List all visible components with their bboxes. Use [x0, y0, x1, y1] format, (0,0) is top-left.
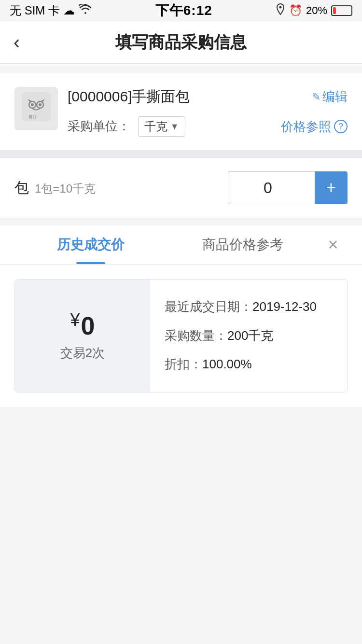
- quantity-row: 包 1包=10千克 +: [0, 158, 362, 218]
- status-time: 下午6:12: [155, 1, 212, 20]
- svg-point-5: [39, 103, 42, 106]
- quantity-input[interactable]: [228, 171, 315, 204]
- history-card: ¥0 交易2次 最近成交日期：2019-12-30 采购数量：200千克 折扣：…: [14, 279, 348, 392]
- purchase-qty-label: 采购数量：: [165, 328, 227, 343]
- back-button[interactable]: ‹: [14, 31, 20, 53]
- tab-header: 历史成交价 商品价格参考 ×: [0, 225, 362, 265]
- price-ref-button[interactable]: 价格参照 ?: [281, 118, 348, 135]
- quantity-unit-text: 包: [14, 178, 29, 198]
- edit-label: 编辑: [322, 88, 348, 105]
- history-content: ¥0 交易2次 最近成交日期：2019-12-30 采购数量：200千克 折扣：…: [0, 265, 362, 407]
- battery-icon: [331, 5, 352, 16]
- tab-close-button[interactable]: ×: [319, 230, 348, 259]
- alarm-icon: ⏰: [289, 4, 302, 17]
- product-thumb-icon: 餐厅: [22, 92, 51, 126]
- recent-date-value: 2019-12-30: [252, 299, 317, 314]
- price-ref-label: 价格参照: [281, 118, 331, 135]
- status-bar: 无 SIM 卡 ☁ 下午6:12 ⏰ 20%: [0, 0, 362, 21]
- location-icon: [276, 3, 285, 18]
- status-right: ⏰ 20%: [276, 3, 352, 18]
- history-price: ¥0: [70, 310, 95, 340]
- svg-text:餐厅: 餐厅: [28, 114, 37, 119]
- edit-icon: ✎: [312, 91, 320, 103]
- unit-select-button[interactable]: 千克 ▼: [138, 116, 185, 137]
- tab-panel: 历史成交价 商品价格参考 × ¥0 交易2次 最近成交日期：2019-12-30…: [0, 225, 362, 407]
- page-title: 填写商品采购信息: [115, 31, 247, 54]
- product-edit-button[interactable]: ✎ 编辑: [312, 88, 348, 105]
- quantity-plus-button[interactable]: +: [315, 171, 348, 204]
- product-header: [0000006]手撕面包 ✎ 编辑: [68, 87, 348, 107]
- tab-price-ref-label: 商品价格参考: [202, 236, 283, 254]
- history-trade-count: 交易2次: [60, 345, 105, 362]
- product-unit-row: 采购单位： 千克 ▼ 价格参照 ?: [68, 116, 348, 137]
- svg-point-0: [279, 6, 281, 9]
- recent-date-row: 最近成交日期：2019-12-30: [165, 297, 333, 317]
- product-info: [0000006]手撕面包 ✎ 编辑 采购单位： 千克 ▼ 价格参照 ?: [68, 87, 348, 137]
- discount-value: 100.00%: [202, 357, 252, 371]
- unit-value: 千克: [144, 119, 167, 134]
- unit-label-group: 采购单位： 千克 ▼: [68, 116, 185, 137]
- tab-history-price[interactable]: 历史成交价: [14, 225, 167, 264]
- quantity-conversion: 1包=10千克: [35, 181, 96, 196]
- product-card: 餐厅 [0000006]手撕面包 ✎ 编辑 采购单位： 千克 ▼ 价格参照 ?: [0, 73, 362, 150]
- product-name: [0000006]手撕面包: [68, 87, 190, 107]
- help-icon: ?: [334, 120, 348, 133]
- price-value: 0: [81, 312, 95, 340]
- wifi-icon: [79, 4, 92, 17]
- quantity-input-group: +: [228, 171, 348, 204]
- recent-date-label: 最近成交日期：: [165, 299, 252, 314]
- nav-bar: ‹ 填写商品采购信息: [0, 21, 362, 64]
- quantity-label-group: 包 1包=10千克: [14, 178, 96, 198]
- svg-point-4: [31, 103, 34, 106]
- purchase-qty-row: 采购数量：200千克: [165, 326, 333, 346]
- purchase-qty-value: 200千克: [227, 328, 273, 343]
- status-left: 无 SIM 卡 ☁: [10, 3, 92, 18]
- discount-row: 折扣：100.00%: [165, 354, 333, 375]
- history-price-section: ¥0 交易2次: [15, 280, 150, 392]
- section-divider: [0, 150, 362, 158]
- no-sim-text: 无 SIM 卡 ☁: [10, 3, 75, 18]
- unit-label: 采购单位：: [68, 119, 130, 133]
- dropdown-arrow-icon: ▼: [170, 122, 179, 132]
- price-symbol: ¥: [70, 310, 80, 330]
- discount-label: 折扣：: [165, 357, 202, 371]
- battery-percent: 20%: [306, 4, 327, 17]
- product-thumbnail: 餐厅: [14, 87, 58, 130]
- tab-price-ref[interactable]: 商品价格参考: [167, 225, 319, 264]
- tab-history-label: 历史成交价: [57, 236, 125, 254]
- page-background: [0, 407, 362, 644]
- history-detail-section: 最近成交日期：2019-12-30 采购数量：200千克 折扣：100.00%: [150, 280, 347, 392]
